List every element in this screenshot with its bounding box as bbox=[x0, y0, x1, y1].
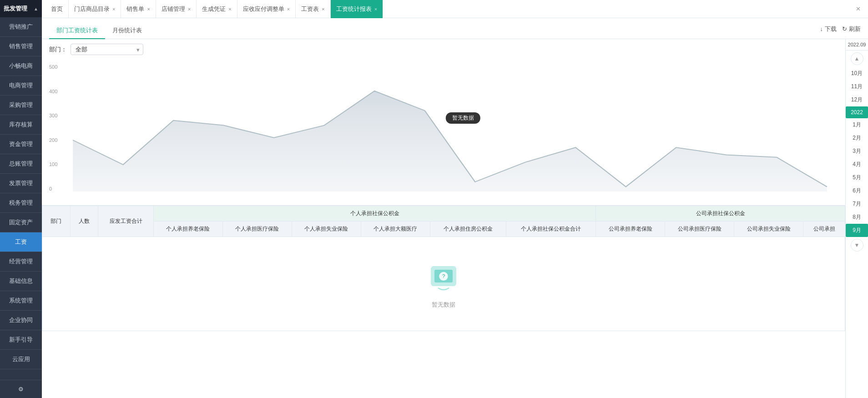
date-month-3月[interactable]: 3月 bbox=[846, 145, 868, 158]
table-header: 个人承担住房公积金 bbox=[430, 222, 506, 237]
tab-销售单[interactable]: 销售单× bbox=[121, 0, 156, 18]
sub-tabs-container: 部门工资统计表月份统计表 bbox=[49, 23, 149, 39]
table-header: 应发工资合计 bbox=[98, 206, 154, 237]
area-chart bbox=[67, 64, 838, 191]
refresh-label: 刷新 bbox=[849, 25, 861, 33]
sidebar-item-电商管理[interactable]: 电商管理 bbox=[0, 76, 42, 96]
filter-bar: 部门： 全部 bbox=[42, 39, 845, 60]
date-month-4月[interactable]: 4月 bbox=[846, 158, 868, 171]
table-header: 个人承担社保公积金合计 bbox=[506, 222, 596, 237]
date-prev-button[interactable]: ▲ bbox=[851, 52, 863, 65]
refresh-icon: ↻ bbox=[842, 25, 847, 32]
date-month-6月[interactable]: 6月 bbox=[846, 184, 868, 197]
empty-text: 暂无数据 bbox=[432, 301, 455, 309]
table-body: ? 暂无数据 bbox=[42, 237, 845, 331]
date-month-10月[interactable]: 10月 bbox=[846, 67, 868, 80]
sub-tab-部门工资统计表[interactable]: 部门工资统计表 bbox=[49, 23, 105, 39]
main-area: 首页门店商品目录×销售单×店铺管理×生成凭证×应收应付调整单×工资表×工资统计报… bbox=[42, 0, 868, 398]
table-header: 人数 bbox=[70, 206, 98, 237]
table-header: 公司承担养老保险 bbox=[596, 222, 665, 237]
tab-应收应付调整单[interactable]: 应收应付调整单× bbox=[237, 0, 296, 18]
date-next-button[interactable]: ▼ bbox=[851, 239, 863, 252]
sidebar-item-云应用[interactable]: 云应用 bbox=[0, 350, 42, 369]
sidebar-item-新手引导[interactable]: 新手引导 bbox=[0, 330, 42, 350]
download-button[interactable]: ↓ 下载 bbox=[820, 25, 837, 33]
svg-text:?: ? bbox=[442, 273, 445, 279]
sub-tab-月份统计表[interactable]: 月份统计表 bbox=[105, 23, 149, 39]
date-month-2月[interactable]: 2月 bbox=[846, 131, 868, 145]
tab-close-icon[interactable]: × bbox=[147, 6, 150, 12]
tab-close-icon[interactable]: × bbox=[188, 6, 191, 12]
sidebar-item-采购管理[interactable]: 采购管理 bbox=[0, 96, 42, 115]
table-head: 部门人数应发工资合计个人承担社保公积金公司承担社保公积金个人承担养老保险个人承担… bbox=[42, 206, 845, 237]
sidebar-title-arrow: ▲ bbox=[34, 6, 38, 11]
sidebar-item-企业协同[interactable]: 企业协同 bbox=[0, 311, 42, 330]
chart-y-label: 500 bbox=[49, 64, 57, 70]
tab-门店商品目录[interactable]: 门店商品目录× bbox=[69, 0, 121, 18]
sidebar-item-库存核算[interactable]: 库存核算 bbox=[0, 115, 42, 135]
date-month-5月[interactable]: 5月 bbox=[846, 171, 868, 184]
tab-bar: 首页门店商品目录×销售单×店铺管理×生成凭证×应收应付调整单×工资表×工资统计报… bbox=[42, 0, 868, 18]
date-month-8月[interactable]: 8月 bbox=[846, 211, 868, 224]
empty-state: ? 暂无数据 bbox=[48, 241, 839, 327]
chart-y-axis: 5004003002001000 bbox=[49, 64, 57, 191]
download-label: 下载 bbox=[825, 25, 837, 33]
date-month-2022[interactable]: 2022 bbox=[846, 106, 868, 118]
tab-工资统计报表[interactable]: 工资统计报表× bbox=[331, 0, 383, 18]
tab-close-icon[interactable]: × bbox=[112, 6, 115, 12]
chart-y-label: 400 bbox=[49, 89, 57, 94]
sub-tabs-bar: 部门工资统计表月份统计表 ↓ 下载 ↻ 刷新 bbox=[42, 18, 868, 39]
tab-close-icon[interactable]: × bbox=[322, 6, 324, 12]
table-header: 个人承担社保公积金 bbox=[153, 206, 595, 222]
settings-button[interactable]: ⚙ bbox=[0, 380, 42, 398]
sidebar-item-销售管理[interactable]: 销售管理 bbox=[0, 37, 42, 56]
tab-店铺管理[interactable]: 店铺管理× bbox=[156, 0, 197, 18]
sidebar-title[interactable]: 批发管理 ▲ bbox=[0, 0, 42, 17]
chart-y-label: 0 bbox=[49, 186, 57, 191]
content-main: 部门： 全部 5004003002001000 bbox=[42, 39, 845, 398]
filter-label: 部门： bbox=[49, 45, 67, 54]
refresh-button[interactable]: ↻ 刷新 bbox=[842, 25, 861, 33]
data-table: 部门人数应发工资合计个人承担社保公积金公司承担社保公积金个人承担养老保险个人承担… bbox=[42, 206, 845, 331]
sidebar-title-text: 批发管理 bbox=[4, 5, 27, 13]
date-month-7月[interactable]: 7月 bbox=[846, 197, 868, 211]
tab-生成凭证[interactable]: 生成凭证× bbox=[197, 0, 237, 18]
sidebar: 批发管理 ▲ 营销推广销售管理小畅电商电商管理采购管理库存核算资金管理总账管理发… bbox=[0, 0, 42, 398]
close-all-button[interactable]: ✕ bbox=[852, 4, 864, 14]
date-month-11月[interactable]: 11月 bbox=[846, 80, 868, 93]
table-container[interactable]: 部门人数应发工资合计个人承担社保公积金公司承担社保公积金个人承担养老保险个人承担… bbox=[42, 205, 845, 398]
sidebar-item-小畅电商[interactable]: 小畅电商 bbox=[0, 56, 42, 76]
sidebar-item-工资[interactable]: 工资 bbox=[0, 232, 42, 252]
sidebar-item-基础信息[interactable]: 基础信息 bbox=[0, 272, 42, 291]
date-month-1月[interactable]: 1月 bbox=[846, 118, 868, 131]
tab-close-icon[interactable]: × bbox=[228, 6, 231, 12]
content-area: 部门工资统计表月份统计表 ↓ 下载 ↻ 刷新 部门： bbox=[42, 18, 868, 398]
sidebar-item-总账管理[interactable]: 总账管理 bbox=[0, 154, 42, 174]
tab-close-icon[interactable]: × bbox=[287, 6, 290, 12]
department-select[interactable]: 全部 bbox=[71, 44, 143, 55]
date-month-12月[interactable]: 12月 bbox=[846, 93, 868, 106]
tab-close-icon[interactable]: × bbox=[374, 6, 377, 12]
content-inner: 部门： 全部 5004003002001000 bbox=[42, 39, 868, 398]
sidebar-item-发票管理[interactable]: 发票管理 bbox=[0, 174, 42, 193]
table-header: 个人承担养老保险 bbox=[153, 222, 222, 237]
chart-y-label: 300 bbox=[49, 113, 57, 118]
sidebar-item-资金管理[interactable]: 资金管理 bbox=[0, 135, 42, 154]
chart-canvas: 暂无数据 bbox=[67, 64, 838, 191]
sidebar-item-系统管理[interactable]: 系统管理 bbox=[0, 291, 42, 311]
sidebar-item-营销推广[interactable]: 营销推广 bbox=[0, 17, 42, 37]
table-header: 个人承担大额医疗 bbox=[361, 222, 430, 237]
department-select-wrapper: 全部 bbox=[71, 44, 143, 55]
sidebar-item-税务管理[interactable]: 税务管理 bbox=[0, 193, 42, 213]
tab-首页[interactable]: 首页 bbox=[45, 0, 69, 18]
table-header: 部门 bbox=[42, 206, 71, 237]
toolbar-right: ↓ 下载 ↻ 刷新 bbox=[820, 25, 861, 37]
settings-icon: ⚙ bbox=[18, 386, 24, 393]
sidebar-item-固定资产[interactable]: 固定资产 bbox=[0, 213, 42, 232]
sidebar-item-经营管理[interactable]: 经营管理 bbox=[0, 252, 42, 272]
date-sidebar: 2022.09 ▲ 10月11月12月20221月2月3月4月5月6月7月8月9… bbox=[845, 39, 868, 398]
tab-工资表[interactable]: 工资表× bbox=[296, 0, 330, 18]
chart-no-data-tooltip: 暂无数据 bbox=[446, 112, 480, 124]
date-month-9月[interactable]: 9月 bbox=[846, 224, 868, 237]
table-header: 公司承担医疗保险 bbox=[665, 222, 734, 237]
